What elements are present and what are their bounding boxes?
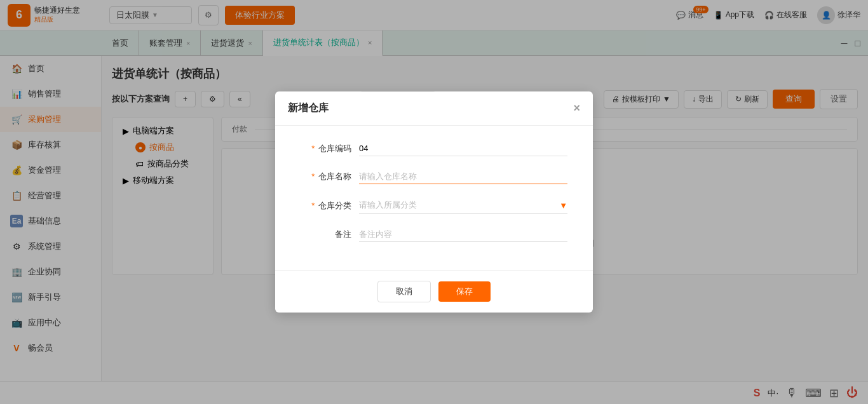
remark-row: 备注: [301, 227, 567, 242]
modal-body: * 仓库编码 * 仓库名称 * 仓库分类 请输入: [275, 126, 593, 270]
warehouse-category-label: * 仓库分类: [301, 200, 351, 212]
category-required-star: *: [311, 201, 315, 210]
modal-title: 新增仓库: [288, 102, 329, 115]
category-placeholder: 请输入所属分类: [359, 199, 559, 211]
category-dropdown-icon: ▼: [559, 201, 567, 210]
warehouse-name-input[interactable]: [359, 169, 567, 184]
code-required-star: *: [311, 144, 315, 153]
modal-footer: 取消 保存: [275, 270, 593, 313]
name-required-star: *: [311, 172, 315, 181]
modal-close-button[interactable]: ×: [573, 102, 580, 115]
warehouse-category-select[interactable]: 请输入所属分类 ▼: [359, 197, 567, 214]
warehouse-name-row: * 仓库名称: [301, 169, 567, 184]
modal-overlay: 新增仓库 × * 仓库编码 * 仓库名称: [0, 0, 868, 404]
modal-header: 新增仓库 ×: [275, 91, 593, 126]
remark-input[interactable]: [359, 227, 567, 242]
cancel-button[interactable]: 取消: [377, 281, 431, 302]
save-button[interactable]: 保存: [438, 281, 491, 302]
warehouse-code-input[interactable]: [359, 141, 567, 156]
warehouse-code-label: * 仓库编码: [301, 143, 351, 154]
warehouse-code-row: * 仓库编码: [301, 141, 567, 156]
warehouse-category-row: * 仓库分类 请输入所属分类 ▼: [301, 197, 567, 214]
remark-label: 备注: [301, 229, 351, 240]
warehouse-modal: 新增仓库 × * 仓库编码 * 仓库名称: [275, 91, 593, 313]
warehouse-name-label: * 仓库名称: [301, 171, 351, 182]
